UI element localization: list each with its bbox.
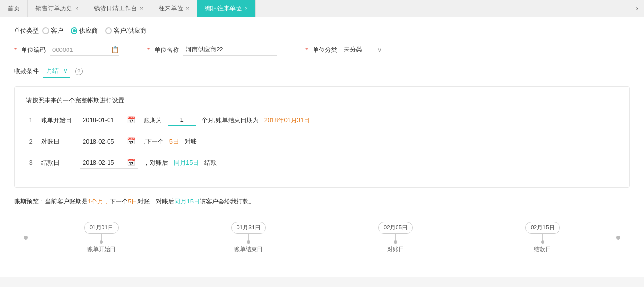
category-label: 单位分类 bbox=[313, 46, 337, 54]
tl-point-label-1: 账单开始日 bbox=[87, 245, 116, 253]
payment-prefix: ，对账后 bbox=[144, 159, 168, 167]
main-content: 单位类型 客户 供应商 客户/供应商 * 单位编码 bbox=[0, 17, 644, 277]
setting-row-3: 3 结款日 📅 ，对账后 同月15日 结款 bbox=[26, 157, 618, 169]
tab-edit-partner-label: 编辑往来单位 bbox=[205, 4, 242, 13]
date-input-2: 📅 bbox=[80, 135, 138, 147]
timeline-bubble-1: 01月01日 bbox=[84, 222, 119, 234]
reconcile-prefix: ,下一个 bbox=[144, 137, 164, 146]
category-dropdown[interactable]: 未分类 ∨ bbox=[341, 43, 412, 56]
row-num-3: 3 bbox=[26, 159, 35, 166]
reconcile-date-input[interactable] bbox=[83, 138, 124, 145]
preview-suffix: 该客户会给我打款。 bbox=[200, 198, 255, 205]
tab-sales-history-label: 销售订单历史 bbox=[35, 4, 72, 13]
row-label-1: 账单开始日 bbox=[41, 116, 74, 125]
tab-home-label: 首页 bbox=[8, 4, 20, 13]
tab-partners[interactable]: 往来单位 × bbox=[151, 0, 197, 17]
close-icon[interactable]: × bbox=[140, 5, 143, 12]
category-value: 未分类 bbox=[344, 45, 375, 54]
close-icon[interactable]: × bbox=[245, 5, 248, 12]
tl-point-label-3: 对账日 bbox=[387, 245, 404, 253]
radio-customer[interactable]: 客户 bbox=[42, 26, 63, 35]
timeline: 01月01日 账单开始日 01月31日 账单结束日 02月05日 对账日 bbox=[24, 217, 620, 268]
radio-circle-customer bbox=[42, 27, 49, 34]
close-icon[interactable]: × bbox=[75, 5, 78, 12]
name-label: 单位名称 bbox=[154, 46, 179, 54]
name-required-star: * bbox=[147, 46, 150, 53]
calendar-icon-1[interactable]: 📅 bbox=[127, 116, 135, 124]
date-input-1: 📅 bbox=[80, 114, 138, 126]
timeline-bubble-4: 02月15日 bbox=[525, 222, 560, 234]
tab-edit-partner[interactable]: 编辑往来单位 × bbox=[197, 0, 256, 17]
payment-date-input[interactable] bbox=[83, 159, 124, 166]
payment-suffix: 结款 bbox=[204, 159, 217, 167]
radio-circle-both bbox=[105, 27, 112, 34]
code-input[interactable] bbox=[50, 44, 111, 55]
close-icon[interactable]: × bbox=[186, 5, 189, 12]
calendar-icon-3[interactable]: 📅 bbox=[127, 159, 135, 166]
timeline-bubble-3: 02月05日 bbox=[378, 222, 413, 234]
tab-bar: 首页 销售订单历史 × 钱货日清工作台 × 往来单位 × 编辑往来单位 × › bbox=[0, 0, 644, 17]
preview-reconcile: 5日 bbox=[128, 198, 137, 205]
radio-group: 客户 供应商 客户/供应商 bbox=[42, 26, 146, 35]
timeline-end-dot bbox=[616, 236, 620, 240]
payment-condition-row: 收款条件 月结 ∨ ? bbox=[14, 65, 630, 78]
start-date-input[interactable] bbox=[83, 117, 124, 124]
category-group: * 单位分类 未分类 ∨ bbox=[305, 43, 412, 56]
timeline-start-dot bbox=[24, 236, 28, 240]
tab-cash-work[interactable]: 钱货日清工作台 × bbox=[86, 0, 151, 17]
row-num-1: 1 bbox=[26, 117, 35, 124]
row-num-2: 2 bbox=[26, 138, 35, 145]
code-required-star: * bbox=[14, 46, 17, 53]
category-required-star: * bbox=[305, 46, 308, 53]
calendar-icon-2[interactable]: 📅 bbox=[127, 137, 135, 145]
name-input[interactable] bbox=[183, 44, 277, 56]
payment-condition-dropdown[interactable]: 月结 ∨ bbox=[43, 65, 70, 78]
tab-partners-label: 往来单位 bbox=[159, 4, 183, 13]
timeline-bubble-2: 01月31日 bbox=[231, 222, 266, 234]
row-label-2: 对账日 bbox=[41, 137, 74, 146]
code-input-wrap: 📋 bbox=[50, 44, 119, 56]
radio-customer-label: 客户 bbox=[51, 26, 63, 35]
preview-text: 账期预览：当前客户账期是1个月，下一个5日对账，对账后同月15日该客户会给我打款… bbox=[14, 197, 630, 206]
tl-point-line-3 bbox=[395, 234, 396, 240]
end-date-highlight: 2018年01月31日 bbox=[264, 116, 310, 125]
timeline-point-2: 01月31日 账单结束日 bbox=[231, 222, 266, 253]
preview-mid: 下一个 bbox=[110, 198, 128, 205]
radio-both[interactable]: 客户/供应商 bbox=[105, 26, 146, 35]
reconcile-day-highlight: 5日 bbox=[169, 137, 179, 146]
tl-point-label-4: 结款日 bbox=[534, 245, 551, 253]
date-input-3: 📅 bbox=[80, 157, 138, 169]
payment-condition-value: 月结 bbox=[46, 67, 59, 75]
tab-sales-history[interactable]: 销售订单历史 × bbox=[28, 0, 86, 17]
preview-prefix: 账期预览：当前客户账期是 bbox=[14, 198, 88, 205]
row-label-3: 结款日 bbox=[41, 159, 74, 167]
settings-title: 请按照未来的一个完整帐期进行设置 bbox=[26, 96, 618, 105]
name-group: * 单位名称 bbox=[147, 44, 277, 56]
preview-payment: 同月15日 bbox=[174, 198, 199, 205]
timeline-point-1: 01月01日 账单开始日 bbox=[84, 222, 119, 253]
tab-more-button[interactable]: › bbox=[630, 0, 644, 17]
timeline-track: 01月01日 账单开始日 01月31日 账单结束日 02月05日 对账日 bbox=[28, 222, 616, 253]
tl-point-line-4 bbox=[542, 234, 543, 240]
unit-type-label: 单位类型 bbox=[14, 26, 39, 35]
help-icon[interactable]: ? bbox=[75, 68, 83, 75]
timeline-point-4: 02月15日 结款日 bbox=[525, 222, 560, 253]
timeline-point-3: 02月05日 对账日 bbox=[378, 222, 413, 253]
tl-point-dot-1 bbox=[100, 240, 103, 244]
payment-day-highlight: 同月15日 bbox=[174, 159, 199, 167]
radio-supplier[interactable]: 供应商 bbox=[71, 26, 98, 35]
code-group: * 单位编码 📋 bbox=[14, 44, 119, 56]
timeline-points-row: 01月01日 账单开始日 01月31日 账单结束日 02月05日 对账日 bbox=[28, 222, 616, 253]
copy-icon[interactable]: 📋 bbox=[111, 46, 119, 53]
setting-row-1: 1 账单开始日 📅 账期为 个月,账单结束日期为 2018年01月31日 bbox=[26, 114, 618, 126]
tl-point-dot-3 bbox=[394, 240, 397, 244]
unit-info-row: * 单位编码 📋 * 单位名称 * 单位分类 未分类 ∨ bbox=[14, 43, 630, 56]
tl-point-dot-4 bbox=[541, 240, 544, 244]
tl-point-line-1 bbox=[101, 234, 102, 240]
chevron-down-icon: ∨ bbox=[377, 46, 409, 53]
tab-cash-work-label: 钱货日清工作台 bbox=[94, 4, 137, 13]
period-input[interactable] bbox=[168, 114, 196, 126]
tab-home[interactable]: 首页 bbox=[0, 0, 28, 17]
unit-type-group: 单位类型 客户 供应商 客户/供应商 bbox=[14, 26, 146, 35]
period-prefix: 账期为 bbox=[144, 116, 162, 125]
